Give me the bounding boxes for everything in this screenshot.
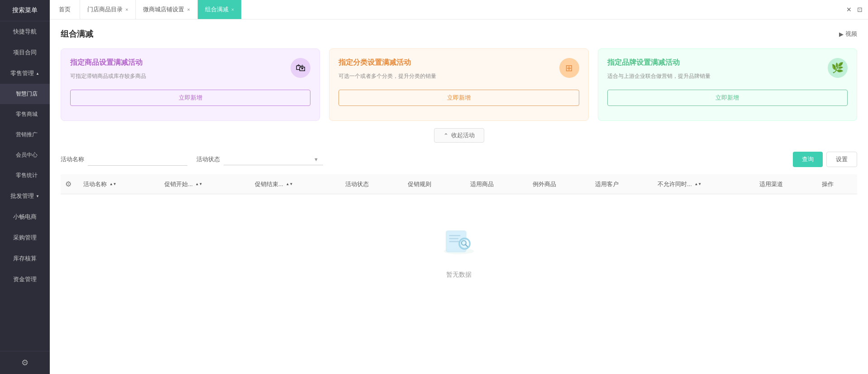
th-applicable-channel: 适用渠道	[755, 174, 817, 194]
sidebar-search[interactable]: 搜索菜单	[0, 0, 50, 21]
collapse-up-icon: ⌃	[444, 132, 448, 139]
svg-rect-5	[449, 241, 459, 242]
settings-icon[interactable]: ⚙	[21, 358, 29, 367]
close-window-btn[interactable]: ✕	[845, 6, 853, 13]
table-container: ⚙ 活动名称 ▲▼ 促销开始... ▲▼ 促销结束... ▲▼	[61, 174, 857, 306]
th-applicable-goods-label: 适用商品	[470, 181, 494, 187]
collapse-bar: ⌃ 收起活动	[61, 128, 857, 143]
tabs-bar: 首页 门店商品目录 × 微商城店铺设置 × 组合满减 × ✕ ⊡	[50, 0, 868, 19]
th-exception-goods: 例外商品	[528, 174, 591, 194]
th-promo-start[interactable]: 促销开始... ▲▼	[160, 174, 250, 194]
video-label: 视频	[845, 30, 857, 38]
category-activity-card: ⊞ 指定分类设置满减活动 可选一个或者多个分类，提升分类的销量 立即新增	[329, 48, 588, 121]
tab-home[interactable]: 首页	[50, 0, 80, 19]
tab-combo-discount-label: 组合满减	[205, 5, 229, 14]
tab-wechat-store-close[interactable]: ×	[187, 7, 190, 12]
th-activity-name[interactable]: 活动名称 ▲▼	[79, 174, 160, 194]
empty-state: 暂无数据	[61, 194, 857, 306]
sidebar-item-retail-mall[interactable]: 零售商城	[0, 104, 50, 125]
tab-combo-discount-close[interactable]: ×	[231, 7, 234, 12]
chevron-down-icon: ▼	[314, 157, 319, 162]
sort-concurrent-icon: ▲▼	[694, 182, 701, 186]
th-activity-name-label: 活动名称	[83, 181, 107, 187]
th-promo-end[interactable]: 促销结束... ▲▼	[250, 174, 341, 194]
th-activity-status: 活动状态	[341, 174, 403, 194]
th-applicable-channel-label: 适用渠道	[759, 181, 783, 187]
table-settings-icon[interactable]: ⚙	[65, 180, 72, 188]
collapse-activities-btn[interactable]: ⌃ 收起活动	[434, 128, 484, 143]
th-operation: 操作	[817, 174, 857, 194]
th-not-allow-concurrent-label: 不允许同时...	[658, 181, 692, 187]
goods-card-title: 指定商品设置满减活动	[70, 58, 310, 67]
empty-illustration	[436, 221, 482, 262]
sidebar-item-inventory[interactable]: 库存核算	[0, 248, 50, 269]
activity-name-label: 活动名称	[61, 155, 84, 163]
sidebar-item-quick-nav[interactable]: 快捷导航	[0, 21, 50, 42]
minimize-window-btn[interactable]: ⊡	[856, 6, 863, 13]
brand-card-desc: 适合与上游企业联合做营销，提升品牌销量	[607, 72, 848, 81]
activity-status-select[interactable]: ▼	[224, 154, 323, 165]
sidebar-item-smart-store[interactable]: 智慧门店	[0, 84, 50, 104]
th-not-allow-concurrent[interactable]: 不允许同时... ▲▼	[653, 174, 755, 194]
category-card-title: 指定分类设置满减活动	[339, 58, 579, 67]
goods-card-desc: 可指定滞销商品或库存较多商品	[70, 72, 310, 81]
th-applicable-customer: 适用客户	[591, 174, 653, 194]
brand-card-add-btn[interactable]: 立即新增	[607, 90, 848, 106]
goods-card-add-btn[interactable]: 立即新增	[70, 90, 310, 106]
sidebar-bottom: ⚙	[0, 351, 50, 374]
activity-name-input[interactable]	[88, 153, 187, 166]
settings-btn[interactable]: 设置	[826, 152, 857, 167]
query-btn[interactable]: 查询	[793, 152, 823, 167]
empty-text: 暂无数据	[70, 271, 848, 279]
sidebar-item-member-center[interactable]: 会员中心	[0, 145, 50, 165]
th-applicable-goods: 适用商品	[466, 174, 528, 194]
sidebar-item-purchase-mgmt[interactable]: 采购管理	[0, 227, 50, 248]
tab-wechat-store[interactable]: 微商城店铺设置 ×	[136, 0, 197, 19]
filter-bar: 活动名称 活动状态 ▼ 查询 设置	[61, 152, 857, 167]
th-exception-goods-label: 例外商品	[533, 181, 556, 187]
th-operation-label: 操作	[822, 181, 834, 187]
sidebar-item-retail-stats[interactable]: 零售统计	[0, 165, 50, 186]
filter-actions: 查询 设置	[793, 152, 857, 167]
brand-card-title: 指定品牌设置满减活动	[607, 58, 848, 67]
category-card-desc: 可选一个或者多个分类，提升分类的销量	[339, 72, 579, 81]
sidebar-item-retail-mgmt[interactable]: 零售管理	[0, 63, 50, 84]
goods-activity-card: 🛍 指定商品设置满减活动 可指定滞销商品或库存较多商品 立即新增	[61, 48, 320, 121]
data-table: ⚙ 活动名称 ▲▼ 促销开始... ▲▼ 促销结束... ▲▼	[61, 174, 857, 194]
sort-promo-end-icon: ▲▼	[286, 182, 293, 186]
tab-store-catalog[interactable]: 门店商品目录 ×	[80, 0, 136, 19]
sidebar-item-xiaochang[interactable]: 小畅电商	[0, 206, 50, 227]
svg-rect-4	[449, 238, 458, 240]
th-applicable-customer-label: 适用客户	[595, 181, 619, 187]
sidebar-item-marketing[interactable]: 营销推广	[0, 125, 50, 145]
collapse-label: 收起活动	[451, 131, 475, 139]
brand-card-icon: 🌿	[828, 58, 848, 78]
th-promo-start-label: 促销开始...	[164, 181, 193, 187]
th-activity-status-label: 活动状态	[345, 181, 369, 187]
page-title: 组合满减	[61, 29, 93, 39]
svg-rect-3	[449, 235, 460, 236]
page-content: 组合满减 ▶ 视频 🛍 指定商品设置满减活动 可指定滞销商品或库存较多商品 立即…	[50, 19, 868, 374]
category-card-icon: ⊞	[559, 58, 579, 78]
th-promo-rule: 促销规则	[403, 174, 466, 194]
tab-store-catalog-label: 门店商品目录	[87, 5, 123, 14]
th-promo-end-label: 促销结束...	[255, 181, 283, 187]
page-header: 组合满减 ▶ 视频	[61, 29, 857, 39]
sort-activity-name-icon: ▲▼	[110, 182, 117, 186]
sort-promo-start-icon: ▲▼	[196, 182, 203, 186]
th-settings[interactable]: ⚙	[61, 174, 79, 194]
video-link[interactable]: ▶ 视频	[839, 30, 857, 38]
category-card-add-btn[interactable]: 立即新增	[339, 90, 579, 106]
sidebar-item-capital-mgmt[interactable]: 资金管理	[0, 269, 50, 290]
table-head: ⚙ 活动名称 ▲▼ 促销开始... ▲▼ 促销结束... ▲▼	[61, 174, 857, 194]
sidebar: 搜索菜单 快捷导航 项目合同 零售管理 智慧门店 零售商城 营销推广 会员中心 …	[0, 0, 50, 374]
activity-cards: 🛍 指定商品设置满减活动 可指定滞销商品或库存较多商品 立即新增 ⊞ 指定分类设…	[61, 48, 857, 121]
goods-card-icon: 🛍	[291, 58, 310, 78]
tab-store-catalog-close[interactable]: ×	[125, 7, 128, 12]
tab-combo-discount[interactable]: 组合满减 ×	[198, 0, 242, 19]
sidebar-item-wholesale-mgmt[interactable]: 批发管理	[0, 186, 50, 206]
th-promo-rule-label: 促销规则	[408, 181, 431, 187]
sidebar-item-project-contract[interactable]: 项目合同	[0, 42, 50, 63]
filter-activity-status: 活动状态 ▼	[196, 154, 323, 165]
play-icon: ▶	[839, 31, 844, 38]
